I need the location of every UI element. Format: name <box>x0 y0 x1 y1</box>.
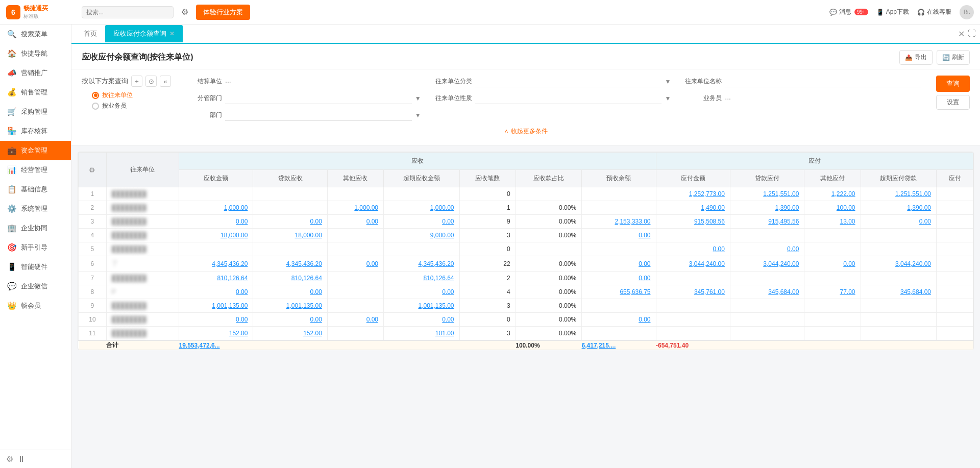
scheme-option-by-unit[interactable]: 按往来单位 <box>92 91 171 100</box>
gear-icon[interactable]: ⚙ <box>178 5 192 19</box>
table-cell: 0.00 <box>327 313 383 327</box>
online-service-button[interactable]: 🎧 在线客服 <box>917 8 951 16</box>
filter-row-1: 结算单位 ··· 往来单位分类 ▼ 往来单位名称 <box>181 76 921 87</box>
dept-input[interactable] <box>225 109 412 121</box>
footer-ar-ratio: 100.00% <box>516 340 581 350</box>
table-cell <box>253 201 327 215</box>
unit-name-input[interactable] <box>725 76 921 87</box>
table-cell: 0.00 <box>730 242 804 256</box>
table-cell: ████████ <box>106 272 179 285</box>
main-content: 首页 应收应付余额查询 ✕ ✕ ⛶ 应收应付余额查询(按往来单位) 📤 导出 🔄… <box>71 24 980 468</box>
ar-amount-header: 应收金额 <box>179 170 253 187</box>
tab-query[interactable]: 应收应付余额查询 ✕ <box>105 25 183 42</box>
close-window-icon[interactable]: ✕ <box>958 29 965 39</box>
solution-button[interactable]: 体验行业方案 <box>196 5 250 20</box>
dept-manage-input[interactable] <box>225 92 412 104</box>
table-settings-icon[interactable]: ⚙ <box>89 166 95 174</box>
salesman-label: 业务员 <box>681 94 722 103</box>
sidebar-bottom: ⚙ ⏸ <box>0 450 71 468</box>
sidebar-item-basic-info[interactable]: 📋 基础信息 <box>0 180 71 199</box>
table-cell <box>861 242 937 256</box>
sidebar-label: 经营管理 <box>21 165 47 175</box>
tab-home[interactable]: 首页 <box>76 25 105 42</box>
field-salesman: 业务员 ··· <box>681 92 921 104</box>
sidebar-label: 畅会员 <box>21 301 41 310</box>
sidebar-item-finance[interactable]: 💼 资金管理 <box>0 141 71 160</box>
collapse-scheme-button[interactable]: « <box>160 76 171 87</box>
sidebar-item-member[interactable]: 👑 畅会员 <box>0 296 71 315</box>
table-wrapper: ⚙ 往来单位 应收 应付 应收金额 贷款应收 其他应收 超期应收金额 应收笔数 <box>78 152 973 350</box>
chevron-down-icon[interactable]: ▼ <box>665 78 671 85</box>
settings-bottom-icon[interactable]: ⚙ <box>6 454 13 464</box>
unit-nature-input[interactable] <box>475 92 662 104</box>
sidebar-item-system[interactable]: ⚙️ 系统管理 <box>0 199 71 218</box>
sidebar-item-hardware[interactable]: 📱 智能硬件 <box>0 257 71 277</box>
pause-icon[interactable]: ⏸ <box>17 455 26 464</box>
sidebar-item-guide[interactable]: 🎯 新手引导 <box>0 238 71 257</box>
edit-scheme-button[interactable]: ⊙ <box>145 76 157 87</box>
sidebar-item-operation[interactable]: 📊 经营管理 <box>0 160 71 180</box>
nav-search-input[interactable] <box>82 6 174 18</box>
table-cell: 4 <box>459 285 516 299</box>
logo-area: 6 畅捷通买 标准版 <box>6 4 78 20</box>
messages-button[interactable]: 💬 消息 99+ <box>829 8 868 16</box>
table-cell <box>804 272 861 285</box>
table-cell: 0.00% <box>516 327 581 341</box>
page-actions: 📤 导出 🔄 刷新 <box>899 50 970 65</box>
collapse-icon: ∧ <box>504 128 509 135</box>
field-unit-nature: 往来单位性质 ▼ <box>431 92 671 104</box>
settlement-dots-icon[interactable]: ··· <box>225 78 231 86</box>
refresh-button[interactable]: 🔄 刷新 <box>937 50 970 65</box>
export-button[interactable]: 📤 导出 <box>899 50 933 65</box>
tab-close-icon[interactable]: ✕ <box>169 30 175 37</box>
salesman-dots-icon[interactable]: ··· <box>725 94 731 103</box>
table-cell: 4 <box>79 229 107 242</box>
collapse-button[interactable]: ∧ 收起更多条件 <box>82 124 970 139</box>
query-button[interactable]: 查询 <box>936 76 970 92</box>
service-icon: 🎧 <box>917 9 925 16</box>
table-cell <box>730 313 804 327</box>
dept3-chevron-icon[interactable]: ▼ <box>415 112 421 119</box>
sidebar-item-marketing[interactable]: 📣 营销推广 <box>0 63 71 83</box>
table-cell: 2 <box>79 201 107 215</box>
sidebar-item-wechat[interactable]: 💬 企业微信 <box>0 277 71 296</box>
table-row: 6了4,345,436.204,345,436.200.004,345,436.… <box>79 256 973 272</box>
nature-chevron-icon[interactable]: ▼ <box>665 95 671 102</box>
footer-row: 合计 19,553,472,6... 100.00% 6,417,215.... <box>79 340 973 350</box>
table-cell: 13.00 <box>804 215 861 229</box>
overdue-ar-header: 超期应收金额 <box>384 170 460 187</box>
footer-ap-amount: -654,751.40 <box>656 340 730 350</box>
dept-chevron-icon[interactable]: ▼ <box>415 95 421 102</box>
sidebar-item-search-menu[interactable]: 🔍 搜索菜单 <box>0 24 71 44</box>
avatar[interactable]: Rit <box>960 5 974 19</box>
table-cell: 152.00 <box>253 327 327 341</box>
set-button[interactable]: 设置 <box>936 95 970 110</box>
table-row: 10████████0.000.000.000.0000.00%0.00 <box>79 313 973 327</box>
table-cell: 0.00 <box>582 313 656 327</box>
app-download-button[interactable]: 📱 App下载 <box>876 8 909 16</box>
app-icon: 📱 <box>876 9 884 16</box>
sidebar-item-quick-nav[interactable]: 🏠 快捷导航 <box>0 44 71 63</box>
unit-nature-label: 往来单位性质 <box>431 94 472 103</box>
table-cell <box>582 187 656 201</box>
add-scheme-button[interactable]: + <box>131 76 142 87</box>
footer-overdue-ar <box>384 340 460 350</box>
unit-category-input[interactable] <box>475 76 662 87</box>
table-cell: 0.00% <box>516 313 581 327</box>
table-cell: 1,001,135.00 <box>384 299 460 313</box>
sidebar-item-enterprise[interactable]: 🏢 企业协同 <box>0 218 71 238</box>
table-cell: ████████ <box>106 242 179 256</box>
settlement-label: 结算单位 <box>181 77 222 86</box>
scheme-option-by-salesman[interactable]: 按业务员 <box>92 102 171 110</box>
table-cell: 77.00 <box>804 285 861 299</box>
table-cell: 0 <box>459 313 516 327</box>
sidebar-item-purchase[interactable]: 🛒 采购管理 <box>0 102 71 121</box>
table-cell: 0.00% <box>516 201 581 215</box>
expand-icon[interactable]: ⛶ <box>968 29 976 39</box>
sidebar-item-inventory[interactable]: 🏪 库存核算 <box>0 121 71 141</box>
table-cell: 1,252,773.00 <box>656 187 730 201</box>
sidebar-item-sales[interactable]: 💰 销售管理 <box>0 83 71 102</box>
tab-query-label: 应收应付余额查询 <box>113 29 166 38</box>
table-cell: 0.00 <box>327 215 383 229</box>
sidebar-label: 快捷导航 <box>21 49 47 58</box>
